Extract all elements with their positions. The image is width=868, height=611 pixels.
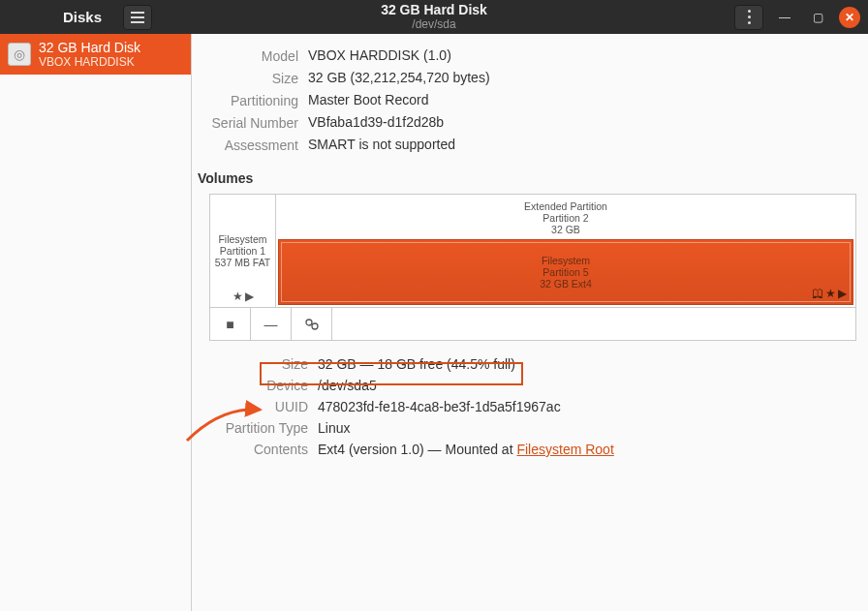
volume-map: Filesystem Partition 1 537 MB FAT ★▶ Ext… bbox=[209, 194, 856, 341]
label-part-size: Size bbox=[192, 356, 308, 372]
volume-toolbar: ■ — bbox=[210, 307, 855, 340]
delete-partition-button[interactable]: — bbox=[251, 308, 292, 340]
play-icon: ▶ bbox=[245, 290, 254, 303]
content-area: Model VBOX HARDDISK (1.0) Size 32 GB (32… bbox=[192, 34, 868, 611]
hamburger-menu-button[interactable] bbox=[123, 5, 152, 30]
label-part-type: Partition Type bbox=[192, 420, 308, 436]
star-icon: ★ bbox=[232, 290, 243, 303]
label-part-device: Device bbox=[192, 378, 308, 393]
label-partitioning: Partitioning bbox=[192, 92, 298, 108]
volume-partition-1[interactable]: Filesystem Partition 1 537 MB FAT ★▶ bbox=[210, 195, 276, 307]
unmount-button[interactable]: ■ bbox=[210, 308, 251, 340]
label-part-contents: Contents bbox=[192, 442, 308, 457]
partition-options-button[interactable] bbox=[292, 308, 332, 340]
value-part-uuid: 478023fd-fe18-4ca8-be3f-1d5a5f1967ac bbox=[318, 399, 856, 414]
maximize-button[interactable]: ▢ bbox=[806, 6, 829, 29]
play-icon: ▶ bbox=[838, 287, 847, 300]
kebab-icon bbox=[748, 15, 751, 18]
gears-icon bbox=[304, 317, 320, 332]
p1-line2: Partition 1 bbox=[220, 245, 265, 257]
volume-extended-partition[interactable]: Extended Partition Partition 2 32 GB Fil… bbox=[276, 195, 855, 307]
volume-partition-5-selected[interactable]: Filesystem Partition 5 32 GB Ext4 🕮★▶ bbox=[278, 239, 853, 305]
ext-line2: Partition 2 bbox=[276, 212, 855, 224]
label-part-uuid: UUID bbox=[192, 399, 308, 414]
p1-line3: 537 MB FAT bbox=[215, 257, 271, 268]
star-icon: ★ bbox=[825, 287, 836, 300]
contents-text: Ext4 (version 1.0) — Mounted at bbox=[318, 442, 516, 457]
filesystem-root-link[interactable]: Filesystem Root bbox=[516, 442, 613, 457]
disk-info-grid: Model VBOX HARDDISK (1.0) Size 32 GB (32… bbox=[192, 47, 856, 153]
sidebar-disk-item[interactable]: ◎ 32 GB Hard Disk VBOX HARDDISK bbox=[0, 34, 191, 75]
ext-header: Extended Partition Partition 2 32 GB bbox=[276, 195, 855, 239]
harddisk-icon: ◎ bbox=[8, 43, 31, 66]
value-part-type: Linux bbox=[318, 420, 856, 436]
value-partitioning: Master Boot Record bbox=[308, 92, 856, 108]
bookmark-icon: 🕮 bbox=[812, 287, 823, 300]
label-assessment: Assessment bbox=[192, 137, 298, 153]
value-serial: VBfaba1d39-d1f2d28b bbox=[308, 114, 856, 131]
main-split: ◎ 32 GB Hard Disk VBOX HARDDISK Model VB… bbox=[0, 34, 868, 611]
sidebar: ◎ 32 GB Hard Disk VBOX HARDDISK bbox=[0, 34, 192, 611]
p1-markers: ★▶ bbox=[232, 290, 254, 303]
app-title: Disks bbox=[0, 9, 119, 25]
partition-info-grid: Size 32 GB — 18 GB free (44.5% full) Dev… bbox=[192, 356, 856, 457]
svg-point-1 bbox=[312, 323, 318, 329]
label-size: Size bbox=[192, 70, 298, 86]
sidebar-disk-subtitle: VBOX HARDDISK bbox=[39, 55, 140, 69]
value-size: 32 GB (32,212,254,720 bytes) bbox=[308, 70, 856, 86]
volumes-heading: Volumes bbox=[198, 170, 856, 186]
p5-markers: 🕮★▶ bbox=[812, 287, 847, 300]
value-assessment: SMART is not supported bbox=[308, 137, 856, 153]
sidebar-disk-title: 32 GB Hard Disk bbox=[39, 40, 140, 55]
p1-line1: Filesystem bbox=[218, 233, 266, 245]
minimize-button[interactable]: — bbox=[773, 6, 796, 29]
hamburger-icon bbox=[131, 16, 144, 18]
value-part-size: 32 GB — 18 GB free (44.5% full) bbox=[318, 356, 856, 372]
value-model: VBOX HARDDISK (1.0) bbox=[308, 47, 856, 64]
value-part-contents: Ext4 (version 1.0) — Mounted at Filesyst… bbox=[318, 442, 856, 457]
ext-line1: Extended Partition bbox=[276, 200, 855, 212]
svg-point-0 bbox=[306, 320, 312, 325]
close-button[interactable]: ✕ bbox=[839, 7, 860, 28]
drive-options-button[interactable] bbox=[734, 5, 763, 30]
value-part-device: /dev/sda5 bbox=[318, 378, 856, 393]
header-bar: Disks 32 GB Hard Disk /dev/sda — ▢ ✕ bbox=[0, 0, 868, 34]
label-model: Model bbox=[192, 47, 298, 64]
ext-line3: 32 GB bbox=[276, 224, 855, 235]
label-serial: Serial Number bbox=[192, 114, 298, 131]
